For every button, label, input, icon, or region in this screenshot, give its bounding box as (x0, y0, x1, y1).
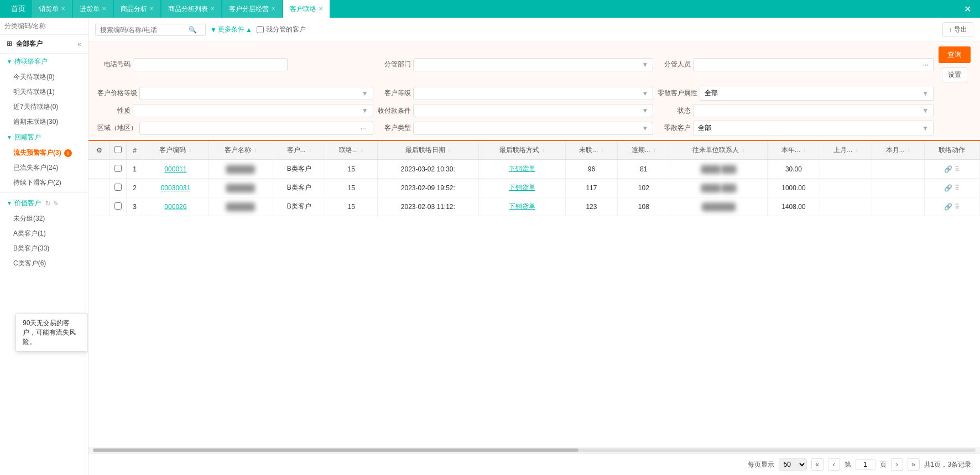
sidebar-all-customers[interactable]: ⊞ 全部客户 « (0, 35, 88, 54)
sort-date-icon[interactable]: ↕ (448, 147, 451, 153)
retail-attr-select[interactable]: 全部 ▼ (700, 86, 934, 101)
horizontal-scrollbar[interactable] (88, 447, 980, 453)
sort-overdue-icon[interactable]: ↕ (653, 147, 656, 153)
row3-link-icon[interactable]: 🔗 (944, 203, 952, 211)
row1-link-icon[interactable]: 🔗 (944, 165, 952, 173)
query-button[interactable]: 查询 (939, 46, 971, 63)
sort-code-icon[interactable]: ↕ (189, 147, 192, 153)
col-contact: 联络... ↕ (325, 141, 377, 160)
tab-customer-contact[interactable]: 客户联络 ✕ (283, 0, 330, 18)
sort-name-icon[interactable]: ↕ (254, 147, 257, 153)
next-page-button[interactable]: › (891, 458, 903, 471)
sort-unit-icon[interactable]: ↕ (742, 147, 745, 153)
row1-select[interactable] (114, 165, 122, 172)
search-submit-icon[interactable]: 🔍 (189, 26, 197, 34)
sort-lmonth-icon[interactable]: ↕ (856, 147, 858, 153)
row3-last-contact-method[interactable]: 下销货单 (478, 197, 565, 216)
region-dots[interactable]: ··· (358, 124, 368, 132)
value-edit-icon[interactable]: ✎ (53, 200, 59, 207)
sidebar-item-tomorrow-pending[interactable]: 明天待联络(1) (0, 85, 88, 100)
row1-code[interactable]: 000011 (143, 160, 208, 179)
sidebar-item-churn-warning[interactable]: 流失预警客户(3) ! (0, 145, 88, 160)
row2-link-icon[interactable]: 🔗 (944, 184, 952, 192)
last-page-button[interactable]: » (908, 458, 920, 471)
more-conditions-button[interactable]: ▼ 更多条件 ▲ (210, 25, 252, 34)
row2-menu-icon[interactable]: ⠿ (955, 184, 960, 192)
sidebar-search-input[interactable] (4, 22, 87, 30)
row2-code[interactable]: 00030031 (143, 179, 208, 197)
payment-select[interactable]: ▼ (413, 104, 654, 117)
tab-product-analysis[interactable]: 商品分析 ✕ (114, 0, 160, 18)
sidebar-item-class-b[interactable]: B类客户(33) (0, 241, 88, 256)
search-input[interactable] (100, 26, 189, 34)
customer-type-arrow: ▼ (642, 124, 648, 132)
close-sales-order-icon[interactable]: ✕ (61, 0, 65, 18)
retail-customer-select[interactable]: 全部 ▼ (693, 121, 934, 135)
per-page-select[interactable]: 50 100 200 (779, 458, 807, 471)
sort-type-icon[interactable]: ↕ (309, 147, 311, 153)
close-product-analysis-icon[interactable]: ✕ (149, 0, 154, 18)
window-close-button[interactable]: ✕ (960, 4, 976, 14)
close-purchase-order-icon[interactable]: ✕ (102, 0, 106, 18)
row3-menu-icon[interactable]: ⠿ (955, 203, 960, 211)
status-select[interactable]: ▼ (693, 104, 934, 117)
current-page-input[interactable] (856, 459, 875, 470)
sidebar-item-class-c[interactable]: C类客户(6) (0, 256, 88, 271)
manager-select[interactable]: ··· (693, 58, 934, 71)
sort-year-icon[interactable]: ↕ (803, 147, 806, 153)
tab-purchase-order[interactable]: 进货单 ✕ (73, 0, 113, 18)
sort-tmonth-icon[interactable]: ↕ (908, 147, 910, 153)
prev-page-button[interactable]: ‹ (828, 458, 840, 471)
row2-contact: 15 (325, 179, 377, 197)
tab-customer-tier[interactable]: 客户分层经营 ✕ (222, 0, 282, 18)
select-all-checkbox[interactable] (114, 146, 122, 153)
sidebar-item-churned[interactable]: 已流失客户(24) (0, 160, 88, 175)
nature-select[interactable]: ▼ (133, 104, 373, 117)
sidebar-group-value[interactable]: ▼ 价值客户 ↻ ✎ (0, 195, 88, 211)
my-customers-checkbox[interactable] (257, 26, 264, 33)
sidebar-item-ungrouped[interactable]: 未分组(32) (0, 211, 88, 226)
payment-field: 收付款条件 ▼ (378, 104, 654, 117)
row2-last-contact-method[interactable]: 下销货单 (478, 179, 565, 197)
sidebar-item-declining[interactable]: 持续下滑客户(2) (0, 175, 88, 190)
export-icon: ↑ (948, 26, 952, 34)
home-button[interactable]: 首页 (4, 0, 32, 18)
sidebar-item-today-pending[interactable]: 今天待联络(0) (0, 70, 88, 85)
row3-last-contact-date: 2023-02-03 11:12: (377, 197, 478, 216)
close-customer-tier-icon[interactable]: ✕ (271, 0, 275, 18)
customer-level-select[interactable]: ▼ (413, 87, 654, 100)
more-conditions-arrow: ▲ (246, 26, 252, 34)
tab-product-analysis-list[interactable]: 商品分析列表 ✕ (161, 0, 221, 18)
region-field: 区域（地区） ··· (97, 122, 373, 135)
row3-code[interactable]: 000026 (143, 197, 208, 216)
sort-method-icon[interactable]: ↕ (542, 147, 545, 153)
col-uncontacted: 未联... ↕ (565, 141, 617, 160)
sort-uncontacted-icon[interactable]: ↕ (601, 147, 604, 153)
sidebar-collapse-icon[interactable]: « (77, 40, 81, 48)
sidebar-item-overdue-contact[interactable]: 逾期未联络(30) (0, 114, 88, 129)
close-customer-contact-icon[interactable]: ✕ (319, 0, 323, 18)
sort-contact-icon[interactable]: ↕ (361, 147, 363, 153)
row2-select[interactable] (114, 184, 122, 191)
phone-input[interactable] (133, 58, 288, 71)
row3-select[interactable] (114, 202, 122, 210)
sidebar-item-class-a[interactable]: A类客户(1) (0, 226, 88, 241)
first-page-button[interactable]: « (811, 458, 823, 471)
sidebar-item-7days-pending[interactable]: 近7天待联络(0) (0, 100, 88, 114)
page-label-pre: 第 (845, 460, 851, 469)
row1-last-contact-method[interactable]: 下销货单 (478, 160, 565, 179)
customer-type-select[interactable]: ▼ (413, 122, 654, 135)
tab-sales-order[interactable]: 销货单 ✕ (32, 0, 72, 18)
status-arrow: ▼ (922, 107, 929, 114)
row1-menu-icon[interactable]: ⠿ (955, 165, 960, 173)
settings-button[interactable]: 设置 (942, 67, 967, 82)
value-refresh-icon[interactable]: ↻ (45, 200, 51, 207)
price-level-select[interactable]: ▼ (139, 87, 373, 100)
col-settings[interactable]: ⚙ (88, 141, 110, 160)
sidebar-group-pending[interactable]: ▼ 待联络客户 (0, 54, 88, 70)
region-select[interactable]: ··· (139, 122, 373, 135)
export-button[interactable]: ↑ 导出 (942, 22, 973, 37)
sidebar-group-review[interactable]: ▼ 回顾客户 (0, 129, 88, 145)
dept-select[interactable]: ▼ (413, 58, 654, 71)
close-product-list-icon[interactable]: ✕ (210, 0, 215, 18)
